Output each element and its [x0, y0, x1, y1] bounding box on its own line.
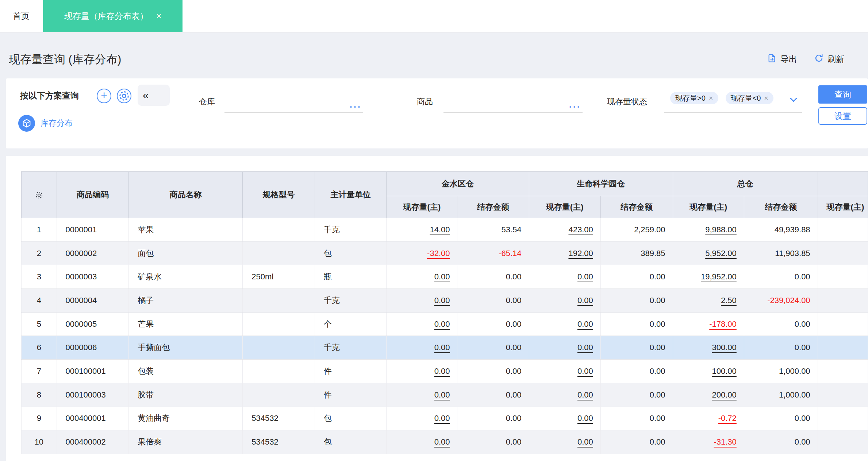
partial-cell — [818, 360, 868, 383]
qty-drilldown-link[interactable]: 0.00 — [434, 319, 450, 329]
balance-amount-cell: 49,939.88 — [744, 218, 818, 242]
tab-close-icon[interactable]: × — [156, 11, 161, 21]
spec-cell — [243, 312, 315, 336]
column-settings-gear-icon[interactable] — [22, 172, 57, 218]
qty-drilldown-link[interactable]: 0.00 — [434, 272, 450, 281]
qty-drilldown-link[interactable]: 192.00 — [568, 249, 593, 258]
tab-active-inventory-distribution[interactable]: 现存量（库存分布表） × — [43, 0, 183, 32]
tab-home[interactable]: 首页 — [4, 0, 38, 32]
collapse-icon: « — [143, 89, 149, 101]
qty-drilldown-link[interactable]: 2.50 — [721, 296, 737, 305]
cube-icon — [18, 115, 35, 132]
table-row[interactable]: 20000002面包包-32.00-65.14192.00389.855,952… — [22, 241, 868, 265]
qty-drilldown-link[interactable]: -32.00 — [427, 249, 450, 258]
unit-cell: 千克 — [315, 336, 387, 360]
qty-on-hand-cell: 0.00 — [387, 407, 457, 430]
qty-drilldown-link[interactable]: 19,952.00 — [701, 272, 737, 281]
table-row[interactable]: 60000006手撕面包千克0.000.000.000.00300.000.00 — [22, 336, 868, 360]
table-row[interactable]: 9000400001黄油曲奇534532包0.000.000.000.00-0.… — [22, 407, 868, 430]
qty-drilldown-link[interactable]: -178.00 — [709, 319, 737, 329]
qty-drilldown-link[interactable]: 0.00 — [577, 390, 593, 399]
warehouse-input[interactable]: ··· — [224, 97, 363, 113]
balance-amount-cell: 0.00 — [600, 336, 673, 360]
qty-drilldown-link[interactable]: 0.00 — [434, 343, 450, 352]
balance-amount-cell: 0.00 — [457, 407, 529, 430]
scheme-settings-button[interactable] — [117, 89, 131, 103]
qty-drilldown-link[interactable]: 423.00 — [568, 225, 593, 234]
status-filter-tag[interactable]: 现存量>0× — [670, 92, 718, 104]
spec-cell — [243, 218, 315, 242]
tag-remove-icon[interactable]: × — [709, 94, 713, 102]
tag-remove-icon[interactable]: × — [764, 94, 768, 102]
product-name-cell: 包装 — [129, 360, 243, 383]
title-bar: 现存量查询 (库存分布) 导出 刷新 — [0, 32, 868, 79]
qty-drilldown-link[interactable]: 14.00 — [430, 225, 450, 234]
table-row[interactable]: 8000100003胶带件0.000.000.000.00200.001,000… — [22, 383, 868, 407]
settings-button[interactable]: 设置 — [818, 107, 867, 125]
qty-drilldown-link[interactable]: 9,988.00 — [705, 225, 737, 234]
qty-drilldown-link[interactable]: 0.00 — [434, 437, 450, 446]
export-icon — [767, 53, 777, 65]
qty-drilldown-link[interactable]: 0.00 — [577, 343, 593, 352]
table-row[interactable]: 50000005芒果个0.000.000.000.00-178.000.00 — [22, 312, 868, 336]
status-filter-tag[interactable]: 现存量<0× — [726, 92, 774, 104]
qty-on-hand-cell: 200.00 — [673, 383, 744, 407]
balance-amount-cell: 0.00 — [600, 360, 673, 383]
qty-drilldown-link[interactable]: 0.00 — [577, 296, 593, 305]
qty-drilldown-link[interactable]: 0.00 — [434, 296, 450, 305]
stock-status-tags: 现存量>0×现存量<0× — [670, 92, 773, 104]
qty-on-hand-cell: 0.00 — [387, 265, 457, 289]
chevron-down-icon[interactable] — [788, 94, 799, 105]
refresh-button[interactable]: 刷新 — [814, 53, 844, 65]
qty-drilldown-link[interactable]: 0.00 — [434, 414, 450, 423]
partial-cell — [818, 407, 868, 430]
balance-amount-cell: 0.00 — [600, 430, 673, 454]
query-button[interactable]: 查询 — [818, 85, 867, 104]
qty-drilldown-link[interactable]: 5,952.00 — [705, 249, 737, 258]
balance-amount-cell: 0.00 — [457, 383, 529, 407]
spec-cell — [243, 289, 315, 313]
scheme-panel-title: 按以下方案查询 — [20, 90, 79, 101]
table-row[interactable]: 30000003矿泉水250ml瓶0.000.000.000.0019,952.… — [22, 265, 868, 289]
refresh-label: 刷新 — [827, 54, 844, 65]
warehouse-picker-ellipsis-icon[interactable]: ··· — [350, 102, 362, 111]
qty-drilldown-link[interactable]: 100.00 — [712, 367, 737, 376]
qty-drilldown-link[interactable]: -0.72 — [718, 414, 737, 423]
product-input[interactable]: ··· — [443, 97, 583, 113]
row-number-cell: 10 — [22, 430, 57, 454]
product-picker-ellipsis-icon[interactable]: ··· — [569, 102, 581, 111]
table-row[interactable]: 10000001苹果千克14.0053.54423.002,259.009,98… — [22, 218, 868, 242]
table-row[interactable]: 10000400002果倍爽534532包0.000.000.000.00-31… — [22, 430, 868, 454]
row-number-cell: 8 — [22, 383, 57, 407]
table-header: 商品编码商品名称规格型号主计量单位金水区仓生命科学园仓总仓现存量(主)结存金额现… — [22, 172, 868, 218]
qty-on-hand-cell: -31.30 — [673, 430, 744, 454]
qty-drilldown-link[interactable]: 0.00 — [577, 319, 593, 329]
export-button[interactable]: 导出 — [767, 53, 797, 65]
qty-drilldown-link[interactable]: 0.00 — [434, 390, 450, 399]
qty-drilldown-link[interactable]: 0.00 — [577, 367, 593, 376]
product-code-cell: 000400001 — [57, 407, 129, 430]
qty-drilldown-link[interactable]: 0.00 — [577, 272, 593, 281]
product-name-cell: 果倍爽 — [129, 430, 243, 454]
qty-on-hand-cell: 0.00 — [529, 360, 600, 383]
table-row[interactable]: 7000100001包装件0.000.000.000.00100.001,000… — [22, 360, 868, 383]
column-header-unit: 主计量单位 — [315, 172, 387, 218]
add-scheme-button[interactable]: + — [97, 89, 111, 103]
balance-amount-cell: 1,000.00 — [744, 383, 818, 407]
collapse-panel-button[interactable]: « — [138, 85, 170, 106]
qty-drilldown-link[interactable]: 0.00 — [577, 414, 593, 423]
qty-on-hand-cell: 192.00 — [529, 241, 600, 265]
qty-on-hand-cell: -178.00 — [673, 312, 744, 336]
table-row[interactable]: 40000004橘子千克0.000.000.000.002.50-239,024… — [22, 289, 868, 313]
balance-amount-cell: 53.54 — [457, 218, 529, 242]
qty-drilldown-link[interactable]: 0.00 — [434, 367, 450, 376]
qty-drilldown-link[interactable]: 200.00 — [712, 390, 737, 399]
balance-amount-cell: 0.00 — [744, 407, 818, 430]
qty-drilldown-link[interactable]: -31.30 — [714, 437, 736, 446]
row-number-cell: 3 — [22, 265, 57, 289]
scheme-item-inventory-distribution[interactable]: 库存分布 — [18, 115, 73, 132]
qty-drilldown-link[interactable]: 300.00 — [712, 343, 737, 352]
balance-amount-cell: 0.00 — [600, 289, 673, 313]
qty-drilldown-link[interactable]: 0.00 — [577, 437, 593, 446]
row-number-cell: 6 — [22, 336, 57, 360]
